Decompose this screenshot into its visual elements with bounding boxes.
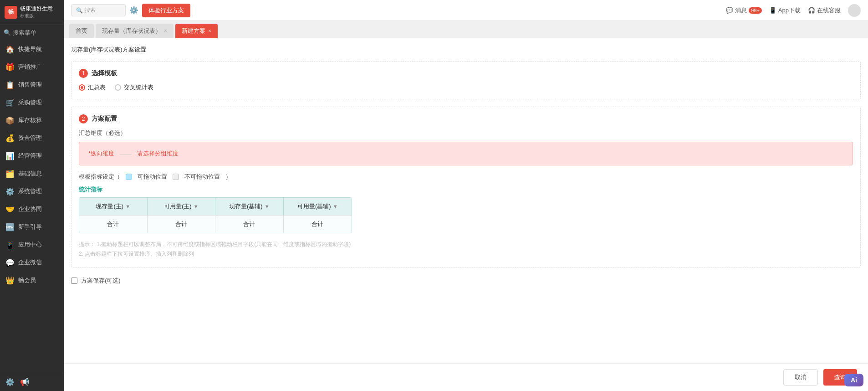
sidebar-label-contract: 企业协同 [18,205,42,213]
speaker-icon[interactable]: 📢 [20,378,29,386]
sidebar-item-quick-nav[interactable]: 🏠快捷导航 [0,41,64,58]
cancel-button[interactable]: 取消 [783,369,818,386]
logo-icon: 畅 [5,6,17,19]
search-icon: 🔍 [76,7,83,14]
sidebar-item-newbie[interactable]: 🆕新手引导 [0,218,64,236]
messages-btn[interactable]: 💬 消息 99+ [726,6,762,15]
sidebar-item-purchase[interactable]: 🛒采购管理 [0,94,64,112]
col-header-col2[interactable]: 可用量(主)▼ [148,198,216,215]
sidebar-label-finance: 资金管理 [18,134,42,142]
dimension-placeholder: 请选择分组维度 [137,149,179,158]
step1-section: 1 选择模板 汇总表交叉统计表 [71,61,861,99]
quick-nav-icon: 🏠 [5,45,15,54]
indicator-setting-end: ） [225,173,231,181]
save-checkbox[interactable] [71,278,77,284]
search-label: 搜索菜单 [13,29,36,37]
sidebar-search[interactable]: 🔍 搜索菜单 [0,25,64,41]
nodrag-indicator-badge [173,174,179,180]
page-content: 现存量(库存状况表)方案设置 1 选择模板 汇总表交叉统计表 2 方案配置 汇总… [64,38,868,391]
col-cell-col2: 合计 [148,215,216,233]
basic-icon: 🗂️ [5,170,15,178]
indicator-setting-label: 模板指标设定（ [79,173,120,181]
sidebar-item-member[interactable]: 👑畅会员 [0,272,64,289]
user-avatar[interactable] [848,4,861,17]
sidebar-label-sales: 销售管理 [18,81,42,89]
sidebar-item-basic[interactable]: 🗂️基础信息 [0,165,64,183]
main-content: 🔍 搜索 ⚙️ 体验行业方案 💬 消息 99+ 📱 App下载 🎧 在线客服 [64,0,868,391]
tab-close-inventory-status[interactable]: × [164,28,167,34]
settings-icon[interactable]: ⚙️ [5,378,15,386]
tabbar: 首页现存量（库存状况表）×新建方案× [64,21,868,38]
col-header-label-col2: 可用量(主) [164,202,192,211]
purchase-icon: 🛒 [5,98,15,107]
tab-new-plan[interactable]: 新建方案× [175,24,218,38]
sidebar-item-sales[interactable]: 📋销售管理 [0,76,64,94]
ai-badge[interactable]: Ai [844,374,863,386]
stats-table-header: 现存量(主)▼可用量(主)▼现存量(基辅)▼可用量(基辅)▼ [79,198,352,215]
sidebar-item-inventory[interactable]: 📦库存核算 [0,112,64,129]
apps-icon: 📱 [5,241,15,249]
trial-btn[interactable]: 体验行业方案 [142,4,190,17]
messages-icon: 💬 [726,7,733,14]
sidebar-item-wechat[interactable]: 💬企业微信 [0,254,64,272]
messages-label: 消息 [735,6,747,15]
col-header-col3[interactable]: 现存量(基辅)▼ [215,198,284,215]
step1-badge: 1 [79,69,88,78]
sidebar-item-operation[interactable]: 📊经营管理 [0,147,64,165]
app-edition: 标准版 [20,13,53,19]
sidebar-item-system[interactable]: ⚙️系统管理 [0,183,64,201]
topbar-right: 💬 消息 99+ 📱 App下载 🎧 在线客服 [726,4,861,17]
tab-home[interactable]: 首页 [69,24,94,38]
marketing-icon: 🎁 [5,63,15,72]
step1-title: 选择模板 [92,69,117,77]
tab-label-new-plan: 新建方案 [182,27,205,35]
step2-header: 2 方案配置 [79,114,853,123]
inventory-icon: 📦 [5,116,15,125]
contract-icon: 🤝 [5,205,15,214]
customer-service-label: 在线客服 [817,6,841,15]
tab-label-inventory-status: 现存量（库存状况表） [102,27,161,35]
col-header-col1[interactable]: 现存量(主)▼ [79,198,148,215]
nodrag-label: 不可拖动位置 [184,173,220,181]
topbar-search[interactable]: 🔍 搜索 [71,4,126,16]
tab-inventory-status[interactable]: 现存量（库存状况表）× [96,24,174,38]
chevron-icon-col4: ▼ [333,204,338,209]
sidebar-item-marketing[interactable]: 🎁营销推广 [0,58,64,76]
sidebar-label-basic: 基础信息 [18,170,42,178]
radio-option-cross[interactable]: 交叉统计表 [115,83,153,92]
page-title: 现存量(库存状况表)方案设置 [71,46,861,54]
headphone-icon: 🎧 [808,7,815,14]
app-download-btn[interactable]: 📱 App下载 [769,6,801,15]
sidebar-item-apps[interactable]: 📱应用中心 [0,236,64,254]
step1-header: 1 选择模板 [79,69,853,78]
tips-section: 提示： 1.拖动标题栏可以调整布局，不可跨维度或指标区域拖动栏目字段(只能在同一… [79,241,853,258]
sidebar-label-member: 畅会员 [18,276,36,284]
search-placeholder: 搜索 [85,6,96,14]
member-icon: 👑 [5,276,15,285]
tab-close-new-plan[interactable]: × [208,28,211,34]
sidebar-label-wechat: 企业微信 [18,258,42,267]
tab-label-home: 首页 [76,27,87,35]
sidebar-label-purchase: 采购管理 [18,98,42,107]
stats-table: 现存量(主)▼可用量(主)▼现存量(基辅)▼可用量(基辅)▼ 合计合计合计合计 [79,197,352,233]
sidebar-label-newbie: 新手引导 [18,223,42,231]
radio-dot-summary [79,84,85,91]
sidebar-item-finance[interactable]: 💰资金管理 [0,129,64,147]
step2-section: 2 方案配置 汇总维度（必选） *纵向维度 —— 请选择分组维度 模板指标设定（… [71,107,861,268]
sidebar-item-contract[interactable]: 🤝企业协同 [0,201,64,218]
sidebar-nav: 🏠快捷导航🎁营销推广📋销售管理🛒采购管理📦库存核算💰资金管理📊经营管理🗂️基础信… [0,41,64,373]
settings-gear-icon[interactable]: ⚙️ [129,6,138,15]
indicator-setting-row: 模板指标设定（ 可拖动位置 不可拖动位置 ） [79,173,853,181]
app-name: 畅康通好生意 [20,5,53,13]
radio-option-summary[interactable]: 汇总表 [79,83,106,92]
sidebar-label-marketing: 营销推广 [18,63,42,71]
topbar-left: 🔍 搜索 ⚙️ 体验行业方案 [71,4,721,17]
col-header-col4[interactable]: 可用量(基辅)▼ [284,198,352,215]
save-row: 方案保存(可选) [71,277,861,285]
app-download-label: App下载 [778,6,801,15]
topbar: 🔍 搜索 ⚙️ 体验行业方案 💬 消息 99+ 📱 App下载 🎧 在线客服 [64,0,868,21]
chevron-icon-col2: ▼ [194,204,199,209]
tip-item: 提示： 1.拖动标题栏可以调整布局，不可跨维度或指标区域拖动栏目字段(只能在同一… [79,241,853,248]
dimension-row[interactable]: *纵向维度 —— 请选择分组维度 [79,142,853,165]
customer-service-btn[interactable]: 🎧 在线客服 [808,6,841,15]
